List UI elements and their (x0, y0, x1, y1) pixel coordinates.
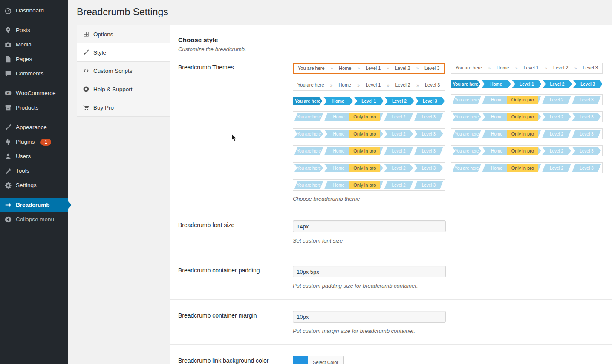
sidebar-item-label: Collapse menu (16, 216, 54, 223)
crumb-segment: You are here (453, 164, 481, 172)
breadcrumb-theme-option-pro[interactable]: You are hereHomeLevel 1Level 2Level 3Onl… (451, 94, 603, 105)
sidebar-item-users[interactable]: Users (0, 149, 68, 164)
breadcrumb-theme-option[interactable]: You are hereHomeLevel 1Level 2Level 3 (451, 80, 603, 88)
font-size-setting: Breadcrumb font size Set custom font siz… (170, 209, 612, 254)
breadcrumb-theme-option-pro[interactable]: You are hereHomeLevel 1Level 2Level 3Onl… (293, 179, 445, 191)
sidebar-item-settings[interactable]: Settings (0, 178, 68, 193)
cart-icon (83, 104, 89, 111)
sidebar-item-label: WooCommerce (16, 90, 56, 97)
crumb-item: Level 3 (424, 66, 439, 71)
font-size-input[interactable] (293, 220, 446, 232)
sidebar-item-dashboard[interactable]: Dashboard (0, 3, 68, 18)
admin-menu: Dashboard Posts Media Pages Comments W W… (0, 0, 68, 227)
crumb-segment: Home (481, 80, 511, 88)
choose-style-section: Choose style Customize the breadcrumb. B… (170, 25, 612, 209)
font-size-caption: Set custom font size (293, 237, 603, 244)
container-padding-caption: Put custom padding size for breadcrumb c… (293, 283, 603, 289)
breadcrumb-theme-option-pro[interactable]: You are hereHomeLevel 1Level 2Level 3Onl… (451, 162, 603, 173)
sidebar-item-posts[interactable]: Posts (0, 23, 68, 38)
only-in-pro-badge: Only in pro (507, 164, 538, 172)
collapse-icon (4, 216, 12, 223)
style-settings-panel: Choose style Customize the breadcrumb. B… (170, 25, 612, 364)
sidebar-item-comments[interactable]: Comments (0, 66, 68, 81)
container-margin-input[interactable] (293, 311, 446, 323)
only-in-pro-badge: Only in pro (507, 130, 538, 138)
crumb-segment: Level 3 (572, 130, 601, 138)
crumb-item: Level 3 (425, 82, 440, 88)
sidebar-item-tools[interactable]: Tools (0, 164, 68, 178)
container-padding-label: Breadcrumb container padding (178, 266, 293, 289)
crumb-segment: Level 2 (542, 130, 571, 138)
woocommerce-icon: W (4, 90, 12, 97)
tab-buy-pro[interactable]: Buy Pro (77, 98, 170, 117)
svg-text:W: W (7, 91, 10, 94)
sidebar-item-breadcrumb[interactable]: Breadcrumb (0, 198, 68, 212)
crumb-segment: You are here (294, 130, 323, 138)
breadcrumb-theme-option-pro[interactable]: You are hereHomeLevel 1Level 2Level 3Onl… (293, 111, 445, 122)
crumb-item: Level 3 (583, 65, 598, 71)
container-padding-setting: Breadcrumb container padding Put custom … (170, 254, 612, 300)
admin-sidebar: Dashboard Posts Media Pages Comments W W… (0, 0, 68, 364)
sidebar-item-media[interactable]: Media (0, 38, 68, 52)
crumb-segment: Level 3 (414, 181, 443, 189)
crumb-separator: » (331, 66, 333, 71)
tab-options[interactable]: Options (77, 25, 170, 43)
plugins-icon (4, 138, 12, 146)
container-margin-label: Breadcrumb container margin (178, 311, 293, 334)
tab-help-support[interactable]: Help & Support (77, 80, 170, 98)
crumb-separator: » (416, 83, 419, 88)
sidebar-item-woocommerce[interactable]: W WooCommerce (0, 86, 68, 101)
breadcrumb-theme-option[interactable]: You are hereHomeLevel 1Level 2Level 3 (293, 97, 445, 105)
sidebar-item-label: Posts (16, 26, 30, 34)
crumb-item: Home (339, 82, 351, 88)
settings-tabs: Options Style Custom Scripts Help & Supp… (77, 25, 170, 117)
crumb-segment: Level 3 (414, 130, 443, 138)
appearance-icon (4, 124, 12, 131)
tools-icon (4, 167, 12, 175)
dashboard-icon (4, 7, 12, 14)
sidebar-item-products[interactable]: Products (0, 101, 68, 115)
crumb-separator: » (357, 83, 360, 88)
sidebar-item-label: Plugins (16, 138, 35, 146)
sidebar-item-label: Appearance (16, 124, 47, 131)
sidebar-item-plugins[interactable]: Plugins 1 (0, 135, 68, 149)
breadcrumb-theme-option[interactable]: You are here»Home»Level 1»Level 2»Level … (293, 80, 445, 91)
breadcrumb-theme-option-pro[interactable]: You are hereHomeLevel 1Level 2Level 3Onl… (293, 145, 445, 156)
users-icon (4, 153, 12, 160)
crumb-segment: You are here (453, 96, 481, 104)
breadcrumb-theme-option-selected[interactable]: You are here»Home»Level 1»Level 2»Level … (293, 63, 445, 74)
crumb-segment: You are here (453, 113, 481, 121)
tab-label: Help & Support (93, 86, 133, 92)
tab-custom-scripts[interactable]: Custom Scripts (77, 62, 170, 80)
sidebar-item-label: Tools (16, 167, 29, 175)
sidebar-item-appearance[interactable]: Appearance (0, 120, 68, 135)
container-padding-input[interactable] (293, 266, 446, 277)
crumb-separator: » (545, 66, 547, 71)
crumb-segment: Level 3 (414, 164, 443, 172)
breadcrumb-theme-option-pro[interactable]: You are hereHomeLevel 1Level 2Level 3Onl… (293, 128, 445, 139)
sidebar-item-label: Users (16, 153, 31, 160)
sidebar-item-collapse-menu[interactable]: Collapse menu (0, 212, 68, 227)
crumb-segment: You are here (294, 113, 323, 121)
crumb-segment: You are here (293, 97, 323, 105)
tab-label: Style (93, 49, 106, 56)
breadcrumb-themes-grid: You are here»Home»Level 1»Level 2»Level … (293, 63, 603, 191)
breadcrumb-theme-option-pro[interactable]: You are hereHomeLevel 1Level 2Level 3Onl… (451, 145, 603, 156)
breadcrumb-theme-option-pro[interactable]: You are hereHomeLevel 1Level 2Level 3Onl… (451, 128, 603, 139)
sidebar-item-pages[interactable]: Pages (0, 52, 68, 66)
crumb-segment: Level 3 (572, 147, 601, 155)
breadcrumb-theme-option-pro[interactable]: You are hereHomeLevel 1Level 2Level 3Onl… (293, 162, 445, 173)
sidebar-item-label: Media (16, 41, 32, 49)
crumb-item: Level 2 (553, 65, 568, 71)
breadcrumb-theme-option[interactable]: You are here»Home»Level 1»Level 2»Level … (451, 63, 603, 74)
crumb-segment: Level 2 (542, 147, 571, 155)
tab-style[interactable]: Style (77, 43, 170, 62)
crumb-segment: Level 1 (354, 97, 384, 105)
breadcrumb-theme-option-pro[interactable]: You are hereHomeLevel 1Level 2Level 3Onl… (451, 111, 603, 122)
color-swatch[interactable] (293, 356, 308, 364)
themes-column-right: You are here»Home»Level 1»Level 2»Level … (451, 63, 603, 191)
font-size-label: Breadcrumb font size (178, 220, 293, 244)
select-color-button[interactable]: Select Color (308, 356, 344, 364)
crumb-segment: Level 2 (384, 97, 414, 105)
crumb-separator: » (416, 66, 419, 71)
